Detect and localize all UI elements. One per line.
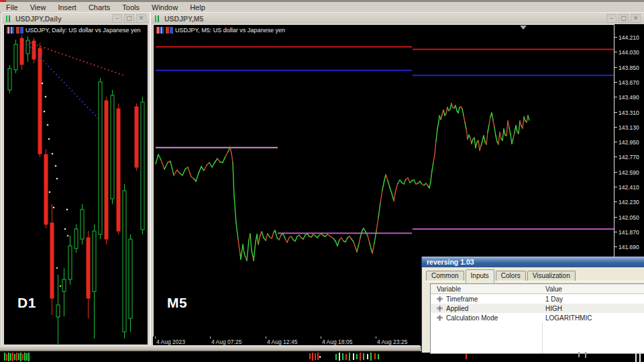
m5-price-segment [204, 165, 207, 171]
value-cell[interactable]: HIGH [545, 305, 562, 312]
m5-price-segment [523, 117, 524, 128]
close-button[interactable]: ✕ [136, 14, 146, 23]
m5-price-segment [394, 190, 396, 201]
time-tick [210, 336, 211, 338]
m5-price-segment [233, 163, 234, 196]
candle-body [20, 38, 23, 64]
timeframe-watermark-d1: D1 [17, 295, 36, 311]
parameter-icon [437, 296, 443, 302]
m5-price-segment [431, 171, 432, 181]
dialog-tab-colors[interactable]: Colors [496, 271, 526, 281]
background-candle-bar [335, 354, 337, 360]
indicator-dot-white [48, 138, 50, 140]
parameter-icon [437, 315, 443, 321]
background-candle-bar [14, 354, 15, 360]
m5-price-segment [486, 132, 488, 144]
value-cell[interactable]: 1 Day [545, 296, 563, 303]
candle-body [93, 231, 96, 291]
m5-price-segment [217, 159, 220, 162]
maximize-button[interactable]: ▢ [124, 14, 134, 23]
m5-price-segment [191, 177, 194, 179]
input-parameter-row[interactable]: AppliedHIGH [431, 304, 644, 313]
m5-price-segment [478, 140, 480, 150]
window-titlebar-m5[interactable]: USDJPY,M5 –▢✕ [152, 13, 643, 24]
background-candle-bar [363, 353, 364, 360]
window-title: USDJPY,Daily [15, 15, 62, 23]
m5-price-segment [337, 240, 339, 246]
m5-price-segment [488, 125, 489, 132]
menu-item-tools[interactable]: Tools [116, 3, 146, 11]
background-candle-bar [339, 353, 340, 361]
dialog-tab-common[interactable]: Common [426, 271, 464, 281]
time-axis-label: 4 Aug 18:05 [322, 338, 352, 345]
maximize-button[interactable]: ▢ [619, 14, 629, 23]
background-candle-bar [349, 353, 350, 361]
input-parameter-row[interactable]: Calculation ModeLOGARITHMIC [431, 313, 644, 322]
m5-price-segment [446, 107, 447, 114]
background-candle-bar [26, 353, 28, 361]
background-candle-bar [353, 353, 354, 360]
candle-body [123, 191, 126, 332]
background-candle-bar [312, 353, 313, 361]
m5-price-segment [509, 128, 511, 134]
m5-price-segment [307, 234, 309, 236]
menu-item-charts[interactable]: Charts [83, 3, 116, 11]
minimize-button[interactable]: – [606, 14, 616, 23]
price-axis-label: 144.210 [619, 34, 639, 41]
chart-window-icon [154, 15, 162, 22]
close-button[interactable]: ✕ [631, 14, 641, 23]
m5-price-segment [244, 253, 246, 257]
candle-body [44, 154, 48, 224]
value-cell[interactable]: LOGARITHMIC [545, 314, 592, 322]
candle-body [50, 223, 54, 298]
m5-price-segment [225, 152, 228, 156]
price-tick [614, 37, 617, 38]
price-axis-label: 144.030 [619, 49, 639, 56]
minimize-button[interactable]: – [112, 14, 122, 23]
variable-cell: Applied [431, 305, 468, 312]
variable-cell: Timeframe [431, 296, 478, 303]
background-candle-bar [20, 353, 21, 361]
candle-body [87, 238, 90, 298]
background-candle-bar [24, 353, 25, 361]
indicator-dot-white [52, 153, 54, 155]
window-titlebar-daily[interactable]: USDJPY,Daily –▢✕ [3, 13, 149, 24]
time-axis-label: 4 Aug 07:25 [211, 338, 241, 345]
m5-price-segment [400, 180, 402, 183]
m5-price-segment [285, 238, 287, 242]
chart-shift-marker[interactable] [520, 26, 527, 30]
price-tick [614, 52, 617, 52]
m5-price-segment [508, 121, 509, 128]
m5-price-segment [156, 154, 158, 164]
m5-price-segment [368, 236, 370, 243]
daily-chart-pane[interactable]: USDJPY, Daily: US dollar vs Japanese yen… [3, 24, 148, 345]
menu-item-help[interactable]: Help [184, 3, 211, 11]
time-tick [155, 336, 156, 338]
background-candle-bar [28, 353, 30, 361]
m5-price-segment [494, 128, 496, 136]
dialog-tab-visualization[interactable]: Visualization [527, 271, 576, 281]
m5-price-segment [476, 142, 477, 148]
menu-item-insert[interactable]: Insert [52, 3, 83, 11]
m5-price-segment [372, 243, 374, 253]
m5-price-segment [241, 244, 243, 259]
candle-body [56, 305, 60, 317]
m5-price-segment [287, 238, 289, 242]
m5-price-segment [380, 190, 382, 203]
dialog-tab-inputs[interactable]: Inputs [466, 269, 494, 283]
m5-price-segment [185, 167, 188, 169]
m5-price-segment [484, 136, 485, 142]
variable-cell: Calculation Mode [431, 314, 498, 322]
price-axis-label: 143.130 [619, 124, 639, 131]
menu-item-view[interactable]: View [24, 3, 52, 11]
price-tick [614, 201, 617, 202]
menu-item-file[interactable]: File [0, 3, 24, 11]
m5-price-segment [433, 154, 435, 163]
menu-item-window[interactable]: Window [146, 3, 184, 11]
background-candle-bar [639, 352, 641, 362]
m5-price-segment [254, 242, 256, 261]
dialog-titlebar[interactable]: reversing 1.03 [422, 257, 644, 267]
input-parameter-row[interactable]: Timeframe1 Day [431, 294, 644, 304]
price-axis-label: 143.850 [619, 64, 639, 71]
timeframe-watermark-m5: M5 [167, 295, 187, 311]
